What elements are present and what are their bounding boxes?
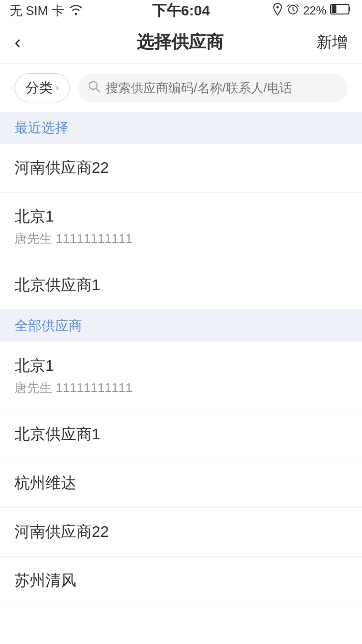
search-input[interactable] [106, 81, 338, 96]
battery-label: 22% [303, 4, 326, 17]
all-list-item[interactable]: 河南供应商22 [0, 508, 362, 557]
page-title: 选择供应商 [137, 30, 223, 54]
item-name: 杭州维达 [14, 473, 348, 494]
filter-row: 分类 › [0, 64, 362, 112]
status-right: 22% [272, 3, 352, 18]
item-name: 河南供应商22 [14, 157, 348, 179]
all-section-header: 全部供应商 [0, 310, 362, 342]
all-section-label: 全部供应商 [14, 318, 82, 333]
add-button[interactable]: 新增 [317, 32, 348, 53]
nav-bar: ‹ 选择供应商 新增 [0, 21, 362, 64]
recent-list-item[interactable]: 北京供应商1 [0, 261, 362, 310]
carrier-label: 无 SIM 卡 [10, 2, 64, 19]
all-list-item[interactable]: 北京供应商1 [0, 410, 362, 459]
item-name: 北京供应商1 [14, 424, 348, 445]
item-name: 河南供应商22 [14, 521, 348, 543]
recent-list: 河南供应商22北京1唐先生 11111111111北京供应商1 [0, 144, 362, 310]
category-label: 分类 [26, 79, 53, 97]
search-box [78, 74, 348, 102]
status-time: 下午6:04 [152, 1, 210, 21]
category-filter-button[interactable]: 分类 › [14, 73, 70, 102]
all-list: 北京1唐先生 11111111111北京供应商1杭州维达河南供应商22苏州清风 [0, 342, 362, 605]
location-icon [272, 3, 283, 18]
recent-list-item[interactable]: 河南供应商22 [0, 144, 362, 193]
item-name: 苏州清风 [14, 570, 348, 591]
wifi-icon [69, 3, 83, 18]
item-name: 北京1 [14, 206, 348, 227]
svg-point-4 [89, 82, 97, 89]
alarm-icon [287, 3, 299, 18]
search-icon [87, 80, 101, 97]
chevron-right-icon: › [56, 82, 59, 94]
all-list-item[interactable]: 北京1唐先生 11111111111 [0, 342, 362, 410]
status-bar: 无 SIM 卡 下午6:04 22% [0, 0, 362, 21]
item-sub: 唐先生 11111111111 [14, 379, 348, 396]
svg-point-0 [276, 6, 278, 9]
item-sub: 唐先生 11111111111 [14, 230, 348, 247]
item-name: 北京供应商1 [14, 275, 348, 296]
all-list-item[interactable]: 苏州清风 [0, 557, 362, 605]
recent-section-label: 最近选择 [14, 120, 69, 135]
svg-rect-3 [332, 5, 336, 13]
recent-section-header: 最近选择 [0, 112, 362, 144]
back-button[interactable]: ‹ [14, 31, 43, 53]
item-name: 北京1 [14, 355, 348, 377]
battery-icon [330, 3, 352, 18]
status-left: 无 SIM 卡 [10, 2, 83, 19]
all-list-item[interactable]: 杭州维达 [0, 459, 362, 508]
recent-list-item[interactable]: 北京1唐先生 11111111111 [0, 193, 362, 261]
